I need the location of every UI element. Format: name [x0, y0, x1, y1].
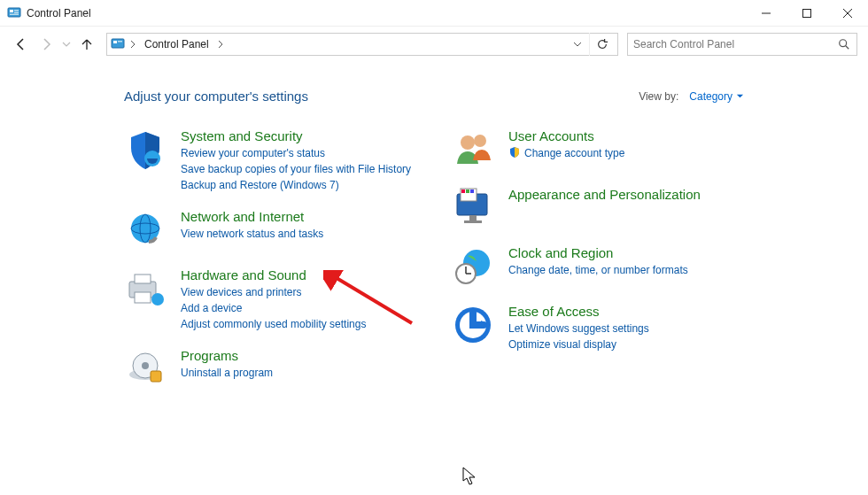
category-title[interactable]: Network and Internet	[181, 209, 323, 224]
svg-rect-29	[469, 215, 477, 220]
page-title: Adjust your computer's settings	[124, 89, 308, 104]
category-title[interactable]: Ease of Access	[508, 304, 649, 319]
cursor-icon	[462, 467, 478, 489]
header-row: Adjust your computer's settings View by:…	[124, 89, 744, 104]
svg-rect-34	[470, 189, 474, 193]
category-system-security: System and Security Review your computer…	[124, 128, 416, 193]
svg-rect-11	[118, 41, 122, 43]
category-link[interactable]: Change date, time, or number formats	[508, 262, 688, 278]
category-hardware: Hardware and Sound View devices and prin…	[124, 267, 416, 332]
svg-point-24	[142, 362, 149, 369]
category-link[interactable]: Adjust commonly used mobility settings	[181, 316, 366, 332]
category-link-text: Change account type	[524, 147, 624, 159]
category-network: Network and Internet View network status…	[124, 209, 416, 251]
minimize-button[interactable]	[746, 0, 787, 27]
close-button[interactable]	[827, 0, 868, 27]
svg-rect-32	[461, 189, 465, 193]
category-link[interactable]: Change account type	[508, 145, 624, 161]
control-panel-icon	[111, 37, 125, 51]
breadcrumb-root[interactable]: Control Panel	[141, 36, 213, 52]
svg-rect-30	[464, 220, 482, 223]
category-link[interactable]: Review your computer's status	[181, 145, 411, 161]
maximize-button[interactable]	[787, 0, 827, 27]
svg-rect-33	[466, 189, 469, 193]
svg-rect-3	[14, 12, 19, 13]
svg-rect-6	[803, 9, 811, 17]
category-link[interactable]: View devices and printers	[181, 284, 366, 300]
category-link[interactable]: Uninstall a program	[181, 365, 273, 381]
content-area: Adjust your computer's settings View by:…	[0, 62, 868, 415]
svg-rect-4	[10, 13, 19, 15]
globe-icon	[124, 209, 167, 251]
printer-icon	[124, 267, 167, 310]
chevron-right-icon[interactable]	[128, 36, 137, 52]
programs-icon	[124, 348, 167, 391]
svg-line-13	[846, 46, 849, 50]
svg-rect-2	[14, 10, 19, 12]
right-column: User Accounts Change account type Appear…	[452, 128, 744, 406]
category-link[interactable]: View network status and tasks	[181, 226, 323, 242]
category-link[interactable]: Save backup copies of your files with Fi…	[181, 161, 411, 177]
search-box[interactable]	[627, 33, 857, 56]
shield-icon	[124, 128, 167, 171]
svg-point-21	[151, 293, 164, 306]
category-title[interactable]: Programs	[181, 348, 273, 363]
svg-point-12	[840, 40, 847, 47]
category-user-accounts: User Accounts Change account type	[452, 128, 744, 171]
address-dropdown[interactable]	[570, 36, 585, 52]
category-title[interactable]: Hardware and Sound	[181, 267, 366, 282]
viewby-label: View by:	[639, 90, 678, 103]
svg-rect-10	[113, 41, 117, 43]
ease-of-access-icon	[452, 304, 494, 346]
recent-dropdown[interactable]	[60, 34, 73, 55]
svg-rect-19	[135, 275, 151, 283]
category-title[interactable]: User Accounts	[508, 128, 624, 143]
window-title: Control Panel	[27, 7, 91, 19]
chevron-right-icon[interactable]	[216, 36, 225, 52]
viewby-dropdown[interactable]: Category	[689, 90, 744, 103]
clock-globe-icon	[452, 245, 494, 288]
up-button[interactable]	[76, 34, 97, 55]
users-icon	[452, 128, 494, 171]
svg-point-26	[461, 135, 475, 150]
svg-rect-20	[135, 292, 151, 303]
forward-button[interactable]	[35, 34, 57, 55]
category-link[interactable]: Add a device	[181, 300, 366, 316]
viewby: View by: Category	[639, 90, 744, 103]
category-link[interactable]: Optimize visual display	[508, 336, 649, 352]
category-ease-of-access: Ease of Access Let Windows suggest setti…	[452, 304, 744, 352]
category-title[interactable]: System and Security	[181, 128, 411, 143]
svg-rect-1	[10, 10, 13, 12]
category-clock-region: Clock and Region Change date, time, or n…	[452, 245, 744, 288]
title-bar: Control Panel	[0, 0, 868, 27]
refresh-button[interactable]	[589, 33, 614, 56]
category-title[interactable]: Clock and Region	[508, 245, 688, 260]
category-link[interactable]: Backup and Restore (Windows 7)	[181, 177, 411, 193]
search-input[interactable]	[633, 38, 837, 50]
category-columns: System and Security Review your computer…	[124, 128, 744, 406]
uac-shield-icon	[508, 146, 521, 159]
svg-rect-25	[151, 371, 161, 382]
search-icon[interactable]	[837, 37, 851, 51]
address-bar[interactable]: Control Panel	[106, 33, 618, 56]
window-controls	[746, 0, 868, 27]
monitor-icon	[452, 187, 494, 229]
control-panel-icon	[7, 6, 21, 20]
category-appearance: Appearance and Personalization	[452, 187, 744, 229]
svg-point-27	[474, 135, 486, 147]
category-title[interactable]: Appearance and Personalization	[508, 187, 701, 202]
nav-bar: Control Panel	[0, 27, 868, 62]
viewby-value: Category	[689, 90, 732, 103]
category-link[interactable]: Let Windows suggest settings	[508, 321, 649, 336]
back-button[interactable]	[11, 34, 32, 55]
left-column: System and Security Review your computer…	[124, 128, 416, 406]
category-programs: Programs Uninstall a program	[124, 348, 416, 391]
